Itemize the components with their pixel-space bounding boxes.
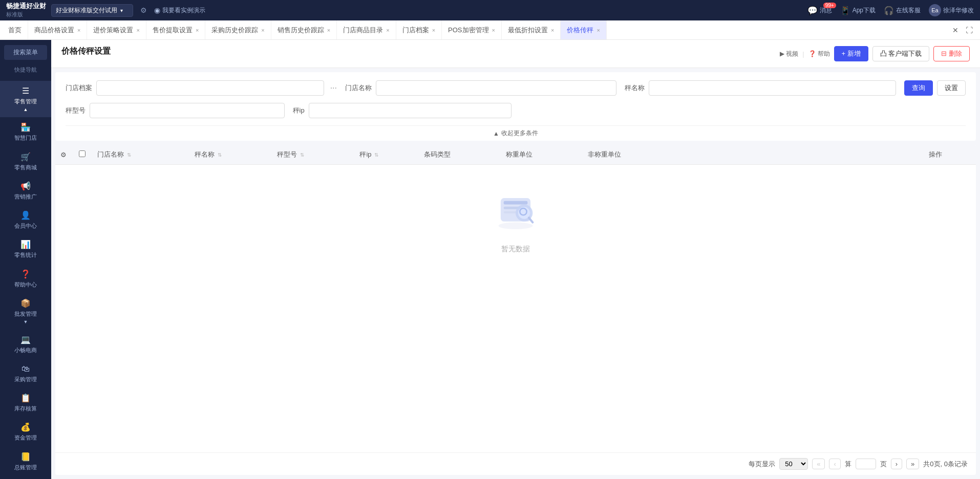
close-icon[interactable]: ×	[136, 27, 139, 33]
smart-store-icon: 🏪	[20, 122, 31, 132]
gear-icon[interactable]: ⚙	[60, 151, 67, 159]
top-bar-right: 💬 消息 99+ 📱 App下载 🎧 在线客服 Ea 徐泽华修改	[807, 4, 974, 16]
online-service-button[interactable]: 🎧 在线客服	[884, 6, 921, 15]
close-icon[interactable]: ×	[261, 27, 264, 33]
next-page-button[interactable]: ›	[891, 459, 902, 469]
message-badge: 99+	[823, 3, 836, 8]
video-link[interactable]: ▶ 视频	[780, 50, 798, 58]
demo-link[interactable]: ◉ 我要看实例演示	[154, 6, 205, 15]
store-profile-input[interactable]	[96, 80, 324, 96]
sidebar-item-label: 帮助中心	[14, 281, 37, 288]
sort-icon[interactable]: ⇅	[374, 152, 378, 158]
tab-pos-management[interactable]: POS加密管理 ×	[442, 20, 502, 40]
first-page-button[interactable]: «	[812, 459, 825, 469]
sidebar-item-retail-mall[interactable]: 🛒 零售商城	[0, 147, 51, 176]
search-menu-button[interactable]: 搜索菜单	[4, 45, 47, 60]
filter-scale-model: 秤型号	[66, 103, 285, 118]
page-header: 价格传秤设置 ▶ 视频 | ❓ 帮助 + 新增 凸 客户端下载 ⊟ 删除	[51, 40, 980, 68]
sidebar-item-label: 总账管理	[14, 464, 37, 471]
sort-icon[interactable]: ⇅	[300, 152, 304, 158]
sidebar-quick-nav[interactable]: 快捷导航	[0, 63, 51, 77]
main-layout: 搜索菜单 快捷导航 ☰ 零售管理 ▲ 🏪 智慧门店 🛒 零售商城 📢 营销推广 …	[0, 40, 980, 479]
table-container: ⚙ 门店名称 ⇅ 秤名称 ⇅	[55, 145, 976, 452]
sidebar-item-help-center[interactable]: ❓ 帮助中心	[0, 264, 51, 293]
wholesale-mgmt-icon: 📦	[20, 298, 31, 308]
tab-sale-history-label: 销售历史价跟踪	[278, 26, 324, 35]
close-icon[interactable]: ×	[432, 27, 435, 33]
tab-price-setting[interactable]: 商品价格设置 ×	[28, 20, 87, 40]
app-download-button[interactable]: 📱 App下载	[840, 6, 876, 15]
close-icon[interactable]: ×	[386, 27, 389, 33]
scale-ip-input[interactable]	[309, 103, 512, 118]
message-button[interactable]: 💬 消息 99+	[807, 6, 832, 15]
sidebar-item-stock-settle[interactable]: 📋 库存核算	[0, 388, 51, 417]
demo-label: 我要看实例演示	[162, 6, 205, 15]
tab-sale-history[interactable]: 销售历史价跟踪 ×	[271, 20, 337, 40]
sort-icon[interactable]: ⇅	[218, 152, 222, 158]
last-page-button[interactable]: »	[906, 459, 919, 469]
sidebar-item-purchase-mgmt[interactable]: 🛍 采购管理	[0, 359, 51, 388]
select-all-checkbox[interactable]	[79, 150, 86, 157]
sidebar-item-retail-mgmt[interactable]: ☰ 零售管理 ▲	[0, 81, 51, 117]
close-icon[interactable]: ×	[596, 27, 600, 33]
sidebar-item-xiaochangec[interactable]: 💻 小畅电商	[0, 330, 51, 359]
prev-page-button[interactable]: ‹	[829, 459, 840, 469]
sidebar-item-finance-mgmt[interactable]: 💰 资金管理	[0, 417, 51, 446]
retail-mall-icon: 🛒	[20, 152, 31, 162]
page-unit: 页	[880, 460, 887, 469]
tab-store-catalog[interactable]: 门店商品目录 ×	[337, 20, 396, 40]
data-table: ⚙ 门店名称 ⇅ 秤名称 ⇅	[55, 145, 976, 165]
more-options-icon[interactable]: ···	[330, 83, 337, 93]
sort-icon[interactable]: ⇅	[127, 152, 131, 158]
store-name-input[interactable]	[376, 80, 616, 96]
close-icon[interactable]: ×	[551, 27, 554, 33]
scale-name-input[interactable]	[649, 80, 896, 96]
tab-store-profile[interactable]: 门店档案 ×	[396, 20, 442, 40]
collapse-button[interactable]: ▲ 收起更多条件	[66, 125, 966, 141]
close-icon[interactable]: ×	[196, 27, 199, 33]
sidebar-item-wholesale-mgmt[interactable]: 📦 批发管理 ▼	[0, 293, 51, 330]
sidebar-item-marketing[interactable]: 📢 营销推广	[0, 176, 51, 205]
version-select[interactable]: 好业财标准版交付试用 ▾	[51, 4, 133, 17]
th-scale-model: 秤型号 ⇅	[272, 145, 354, 165]
scale-model-label: 秤型号	[66, 106, 86, 115]
sidebar-item-retail-stats[interactable]: 📊 零售统计	[0, 234, 51, 264]
tab-home[interactable]: 首页	[2, 20, 28, 40]
sidebar-item-member[interactable]: 👤 会员中心	[0, 205, 51, 234]
tab-price-scale-label: 价格传秤	[567, 26, 593, 35]
user-menu[interactable]: Ea 徐泽华修改	[929, 4, 974, 16]
sidebar-item-invoice-mgmt[interactable]: 🧾 发票管理	[0, 476, 51, 479]
finance-mgmt-icon: 💰	[20, 422, 31, 432]
content-area: 价格传秤设置 ▶ 视频 | ❓ 帮助 + 新增 凸 客户端下载 ⊟ 删除	[51, 40, 980, 479]
sidebar-item-label: 小畅电商	[14, 346, 37, 354]
tab-purchase-strategy[interactable]: 进价策略设置 ×	[87, 20, 146, 40]
close-window-icon[interactable]: ✕	[950, 24, 961, 36]
tab-min-discount[interactable]: 最低折扣设置 ×	[502, 20, 561, 40]
query-button[interactable]: 查询	[904, 80, 933, 96]
tab-sale-extract[interactable]: 售价提取设置 ×	[146, 20, 205, 40]
settings-button[interactable]: 设置	[937, 80, 966, 96]
sidebar-item-ledger-mgmt[interactable]: 📒 总账管理	[0, 447, 51, 476]
current-page-input[interactable]: 1	[856, 459, 876, 469]
filter-store-profile: 门店档案 ···	[66, 80, 337, 96]
maximize-icon[interactable]: ⛶	[964, 24, 975, 36]
per-page-select[interactable]: 50 20 100	[779, 458, 808, 470]
sidebar-item-label: 零售管理	[14, 98, 37, 105]
nav-tabs-actions: ✕ ⛶	[950, 24, 978, 36]
sidebar-item-smart-store[interactable]: 🏪 智慧门店	[0, 117, 51, 146]
close-icon[interactable]: ×	[327, 27, 330, 33]
close-icon[interactable]: ×	[77, 27, 80, 33]
tab-purchase-history[interactable]: 采购历史价跟踪 ×	[205, 20, 271, 40]
close-icon[interactable]: ×	[492, 27, 495, 33]
help-link[interactable]: ❓ 帮助	[808, 50, 830, 58]
scale-model-input[interactable]	[90, 103, 285, 118]
marketing-icon: 📢	[20, 181, 31, 191]
help-label: 帮助	[818, 50, 830, 58]
download-button[interactable]: 凸 客户端下载	[872, 46, 930, 61]
add-button[interactable]: + 新增	[834, 46, 868, 61]
settings-icon[interactable]: ⚙	[138, 4, 149, 16]
stock-settle-icon: 📋	[20, 393, 31, 403]
delete-button[interactable]: ⊟ 删除	[933, 46, 970, 61]
tab-price-scale[interactable]: 价格传秤 ×	[561, 20, 606, 40]
tab-min-discount-label: 最低折扣设置	[508, 26, 548, 35]
